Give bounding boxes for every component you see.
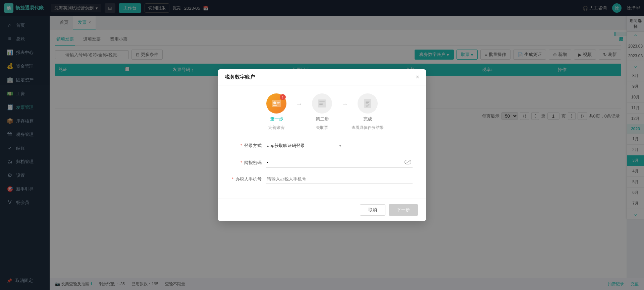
step-3-desc: 查看具体任务结果 <box>352 125 384 131</box>
phone-input[interactable] <box>266 174 413 184</box>
modal-header: 税务数字账户 × <box>218 69 426 85</box>
modal-body: ! 第一步 完善账密 → <box>218 85 426 199</box>
cancel-button[interactable]: 取消 <box>360 204 385 216</box>
password-wrapper <box>266 158 413 168</box>
login-method-label: * 登录方式 <box>231 143 262 149</box>
required-star-3: * <box>232 176 233 182</box>
modal-title: 税务数字账户 <box>225 74 255 80</box>
step-arrow-1: → <box>293 100 305 108</box>
svg-rect-12 <box>366 103 368 104</box>
eye-icon[interactable] <box>405 160 411 165</box>
svg-rect-8 <box>319 104 323 105</box>
step-1-badge: ! <box>280 94 286 100</box>
required-star: * <box>240 143 242 148</box>
step-3-icon <box>358 93 378 114</box>
step-1-label: 第一步 <box>270 116 283 122</box>
svg-point-1 <box>273 101 276 104</box>
step-1-icon: ! <box>266 93 286 114</box>
svg-rect-11 <box>366 102 369 103</box>
step-1: ! 第一步 完善账密 <box>260 93 293 131</box>
required-star-2: * <box>240 160 242 165</box>
svg-rect-6 <box>319 101 325 102</box>
form-row-phone: * 办税人手机号 <box>231 174 413 184</box>
login-method-select[interactable]: app获取验证码登录 ▾ <box>266 141 413 151</box>
form-row-password: * 网报密码 <box>231 158 413 168</box>
step-2-icon <box>312 93 332 114</box>
svg-rect-3 <box>277 102 280 103</box>
phone-label: * 办税人手机号 <box>231 176 262 182</box>
dropdown-arrow-icon: ▾ <box>339 143 411 148</box>
step-2: 第二步 去取票 <box>305 93 339 131</box>
form-row-login-method: * 登录方式 app获取验证码登录 ▾ <box>231 141 413 151</box>
step-3: 完成 查看具体任务结果 <box>351 93 384 131</box>
svg-rect-7 <box>319 103 323 103</box>
modal-overlay[interactable]: 税务数字账户 × <box>0 0 644 290</box>
step-2-desc: 去取票 <box>316 125 328 131</box>
modal-footer: 取消 下一步 <box>218 199 426 221</box>
step-arrow-2: → <box>339 100 351 108</box>
modal-close-btn[interactable]: × <box>416 74 419 80</box>
svg-line-13 <box>405 160 411 164</box>
svg-rect-2 <box>273 105 277 106</box>
step-2-label: 第二步 <box>316 116 329 122</box>
svg-rect-4 <box>277 103 279 104</box>
password-input[interactable] <box>267 160 405 165</box>
password-label: * 网报密码 <box>231 160 262 166</box>
svg-rect-10 <box>366 101 370 101</box>
steps-row: ! 第一步 完善账密 → <box>231 93 413 131</box>
step-3-label: 完成 <box>363 116 372 122</box>
step-1-desc: 完善账密 <box>268 125 284 131</box>
modal-dialog: 税务数字账户 × <box>218 69 426 221</box>
next-button[interactable]: 下一步 <box>389 204 418 216</box>
